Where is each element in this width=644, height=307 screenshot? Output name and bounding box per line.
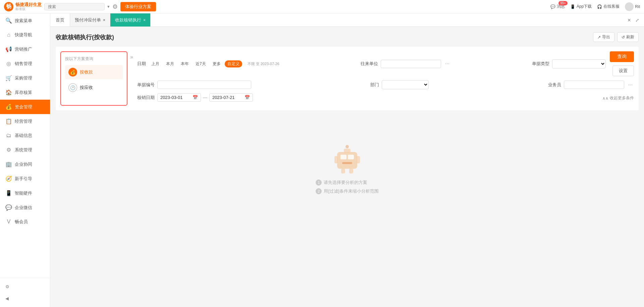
filter-collapse-left-btn[interactable]: » (130, 54, 133, 60)
tab-close-btn[interactable]: ✕ (626, 16, 633, 24)
counterpart-ellipsis[interactable]: ··· (444, 61, 451, 67)
verify-date-range: 2023-03-01 📅 — 2023-07-21 📅 (157, 93, 253, 102)
dept-field: 部门 (370, 80, 429, 89)
tip-num-1: 1 (316, 180, 322, 186)
dropdown-icon[interactable]: ▾ (107, 4, 110, 9)
sales-icon: ◎ (5, 60, 12, 67)
svg-rect-2 (348, 155, 354, 159)
doc-type-select[interactable] (552, 59, 606, 68)
salesperson-field: 业务员 ··· (548, 81, 634, 89)
user-area[interactable]: Rit (625, 2, 640, 11)
date-shortcuts: 上月 本月 本年 近7天 更多 自定义 (149, 60, 242, 67)
sidebar-label-member: 畅会员 (15, 219, 28, 225)
filter-option-receipt[interactable]: 💰 按收款 (65, 65, 123, 79)
filter-panel: 按以下方案查询 💰 按收款 🕐 按应收 » (56, 47, 639, 110)
date-last-month[interactable]: 上月 (149, 60, 162, 67)
filter-option-receivable[interactable]: 🕐 按应收 (65, 81, 123, 95)
sidebar-item-wechat[interactable]: 💬 企业微信 (0, 200, 50, 215)
svg-rect-5 (357, 156, 360, 163)
verify-date-from[interactable]: 2023-03-01 📅 (157, 93, 201, 102)
search-input[interactable] (44, 3, 105, 10)
sidebar-settings-btn[interactable]: ⚙ (0, 281, 50, 293)
sidebar-label-base-info: 基础信息 (15, 133, 32, 139)
sidebar-item-system[interactable]: ⚙ 系统管理 (0, 143, 50, 157)
page-header: 收款核销执行(按收款) ↗ 导出 ↺ 刷新 (56, 32, 639, 42)
sidebar-item-quick-nav[interactable]: ⌂ 快捷导航 (0, 28, 50, 42)
filter-row-3: 核销日期 2023-03-01 📅 — 2023-07-21 📅 (137, 93, 634, 102)
date-hint: 不限 至 2023-07-26 (248, 61, 279, 66)
collapse-more-btn[interactable]: ∧∧ 收起更多条件 (602, 95, 634, 101)
date-this-month[interactable]: 本月 (163, 60, 177, 67)
sidebar-label-inventory: 库存核算 (15, 90, 32, 96)
sidebar-item-purchase[interactable]: 🛒 采购管理 (0, 71, 50, 85)
dept-select[interactable] (382, 80, 429, 89)
sidebar-label-finance: 资金管理 (15, 104, 32, 110)
tab-actions: ✕ ⤢ (623, 16, 644, 24)
export-button[interactable]: ↗ 导出 (593, 32, 614, 42)
guide-icon: 🧭 (5, 175, 12, 182)
date-more[interactable]: 更多 (210, 60, 223, 67)
sidebar-item-guide[interactable]: 🧭 新手引导 (0, 171, 50, 186)
sidebar-bottom: ⚙ ◀ (0, 278, 50, 307)
inventory-icon: 🏠 (5, 89, 12, 96)
sidebar-label-search: 搜索菜单 (15, 18, 32, 24)
doc-no-input[interactable] (157, 81, 251, 89)
date-7days[interactable]: 近7天 (193, 60, 209, 67)
sidebar-label-guide: 新手引导 (15, 176, 32, 182)
salesperson-input[interactable] (564, 81, 624, 89)
doc-no-label: 单据编号 (137, 82, 155, 88)
counterpart-label: 往来单位 (361, 61, 378, 67)
tab-prepay[interactable]: 预付冲应付单 × (70, 13, 110, 27)
tab-prepay-close[interactable]: × (103, 18, 105, 22)
query-button[interactable]: 查询 (610, 51, 634, 62)
sidebar-item-enterprise[interactable]: 🏢 企业协同 (0, 157, 50, 171)
tab-bar: 首页 预付冲应付单 × 收款核销执行 × ✕ ⤢ (50, 13, 644, 27)
date-field: 日期 上月 本月 本年 近7天 更多 自定义 (137, 60, 242, 67)
date-this-year[interactable]: 本年 (178, 60, 192, 67)
query-btn-group: 查询 设置 (610, 51, 634, 76)
app-download-btn[interactable]: 📱 App下载 (570, 4, 592, 9)
sidebar-item-sales[interactable]: ◎ 销售管理 (0, 56, 50, 71)
sidebar-item-operation[interactable]: 📋 经营管理 (0, 114, 50, 129)
doc-type-label: 单据类型 (532, 61, 549, 67)
sidebar-label-quick-nav: 快捷导航 (15, 32, 32, 38)
gear-icon[interactable]: ⚙ (112, 3, 118, 10)
service-icon: 🎧 (597, 4, 602, 9)
tip-num-2: 2 (316, 188, 322, 194)
empty-illustration (327, 142, 367, 175)
service-btn[interactable]: 🎧 在线客服 (597, 4, 620, 9)
sidebar-item-member[interactable]: V 畅会员 (0, 215, 50, 229)
sidebar-item-marketing[interactable]: 📢 营销推广 (0, 42, 50, 56)
tab-home[interactable]: 首页 (50, 13, 70, 27)
sidebar-item-hardware[interactable]: 📱 智能硬件 (0, 186, 50, 200)
tab-expand-btn[interactable]: ⤢ (634, 16, 641, 24)
enterprise-icon: 🏢 (5, 161, 12, 167)
tip-text-1: 请先选择要分析的方案 (324, 180, 367, 186)
filter-option-receipt-label: 按收款 (80, 69, 93, 75)
dept-label: 部门 (370, 82, 379, 88)
collapse-icon: ◀ (5, 296, 9, 301)
sidebar-label-system: 系统管理 (15, 147, 32, 153)
counterpart-input[interactable] (381, 60, 441, 68)
tab-collection-close[interactable]: × (143, 18, 146, 22)
sidebar-item-search[interactable]: 🔍 搜索菜单 (0, 13, 50, 28)
sidebar-collapse-btn[interactable]: ◀ (0, 293, 50, 304)
avatar (625, 2, 634, 11)
verify-date-label: 核销日期 (137, 95, 155, 101)
message-btn[interactable]: 💬 消息 99+ (550, 4, 565, 9)
tab-collection[interactable]: 收款核销执行 × (110, 13, 151, 27)
sidebar-item-inventory[interactable]: 🏠 库存核算 (0, 85, 50, 100)
industry-button[interactable]: 体验行业方案 (120, 2, 156, 11)
sidebar-item-finance[interactable]: 💰 资金管理 (0, 100, 50, 114)
sidebar-label-marketing: 营销推广 (15, 46, 32, 52)
purchase-icon: 🛒 (5, 75, 12, 81)
verify-date-to[interactable]: 2023-07-21 📅 (209, 93, 253, 102)
brand-name: 畅捷通好生意 (15, 2, 42, 7)
set-button[interactable]: 设置 (612, 65, 634, 76)
date-custom[interactable]: 自定义 (225, 60, 242, 67)
search-icon: 🔍 (5, 17, 12, 24)
sidebar-item-base-info[interactable]: 🗂 基础信息 (0, 129, 50, 143)
refresh-button[interactable]: ↺ 刷新 (617, 32, 639, 42)
salesperson-ellipsis[interactable]: ··· (627, 82, 634, 88)
counterpart-field: 往来单位 ··· (361, 60, 451, 68)
